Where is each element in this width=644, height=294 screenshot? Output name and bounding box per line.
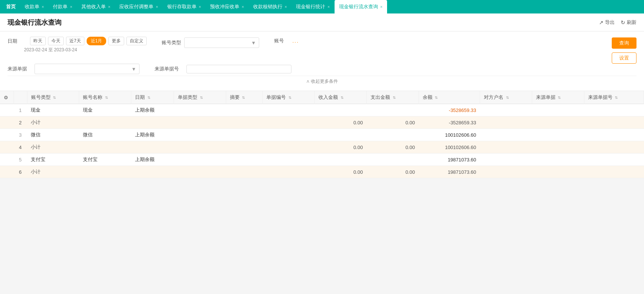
row-income: 0.00 [315, 166, 367, 178]
row-source-doc [532, 166, 584, 178]
nav-tab-yinhangcunqu[interactable]: 银行存取款单 × [163, 0, 206, 13]
close-icon[interactable]: × [242, 4, 244, 9]
row-source-doc-no [584, 141, 644, 154]
chevron-down-icon: ▼ [251, 40, 256, 46]
row-source-doc-no [584, 166, 644, 178]
row-counterparty [480, 166, 532, 178]
row-number: 3 [14, 129, 27, 141]
export-button[interactable]: ↗ 导出 [599, 19, 615, 26]
sort-icon[interactable]: ⇅ [105, 96, 108, 100]
sort-icon[interactable]: ⇅ [393, 96, 396, 100]
row-account-type: 支付宝 [27, 154, 79, 166]
sort-icon[interactable]: ⇅ [147, 96, 150, 100]
account-type-select[interactable]: ▼ [184, 37, 259, 48]
collapse-bar[interactable]: ∧ 收起更多条件 [8, 76, 636, 87]
row-income: 0.00 [315, 116, 367, 129]
row-income [315, 154, 367, 166]
row-account-type: 小计 [27, 116, 79, 129]
date-btn-today[interactable]: 今天 [48, 37, 64, 45]
table-row: 5 支付宝 支付宝 上期余额 19871073.60 [0, 154, 644, 166]
row-source-doc [532, 141, 584, 154]
row-account-type: 小计 [27, 141, 79, 154]
close-icon[interactable]: × [70, 4, 72, 9]
date-btn-7days[interactable]: 近7天 [66, 37, 84, 45]
close-icon[interactable]: × [156, 4, 158, 9]
date-options: 昨天 今天 近7天 近1月 更多 自定义 [30, 37, 147, 45]
col-source-doc: 来源单据 ⇅ [532, 91, 584, 104]
row-doc-type [174, 129, 226, 141]
source-doc-no-label: 来源单据号 [155, 66, 179, 72]
sort-icon[interactable]: ⇅ [615, 96, 618, 100]
date-btn-more[interactable]: 更多 [108, 37, 124, 45]
col-source-doc-no: 来源单据号 ⇅ [584, 91, 644, 104]
close-icon[interactable]: × [199, 4, 201, 9]
query-button[interactable]: 查询 [612, 37, 636, 49]
date-btn-yesterday[interactable]: 昨天 [30, 37, 46, 45]
row-doc-no [263, 154, 315, 166]
row-account-name: 微信 [79, 129, 131, 141]
row-date [131, 141, 174, 154]
row-doc-no [263, 166, 315, 178]
row-counterparty [480, 104, 532, 116]
row-counterparty [480, 141, 532, 154]
row-source-doc-no [584, 129, 644, 141]
nav-tab-shoukuandan[interactable]: 收款单 × [20, 0, 48, 13]
nav-tab-shoukuanhexiao[interactable]: 收款核销执行 × [249, 0, 291, 13]
row-number: 4 [14, 141, 27, 154]
row-balance: 100102606.60 [419, 141, 480, 154]
nav-tab-liushui[interactable]: 现金银行流水查询 × [335, 0, 387, 13]
date-range: 2023-02-24 至 2023-03-24 [24, 47, 77, 52]
close-icon[interactable]: × [380, 4, 383, 9]
row-account-type: 微信 [27, 129, 79, 141]
col-gear: ⚙ [0, 91, 14, 104]
date-btn-custom[interactable]: 自定义 [126, 37, 147, 45]
row-doc-no [263, 129, 315, 141]
sort-icon[interactable]: ⇅ [288, 96, 291, 100]
date-label: 日期 [8, 38, 23, 45]
gear-icon[interactable]: ⚙ [4, 95, 8, 100]
sort-icon[interactable]: ⇅ [53, 96, 56, 100]
sort-icon[interactable]: ⇅ [200, 96, 203, 100]
sort-icon[interactable]: ⇅ [506, 96, 509, 100]
table-row: 4 小计 0.00 0.00 100102606.60 [0, 141, 644, 154]
col-counterparty: 对方户名 ⇅ [480, 91, 532, 104]
nav-tab-yushou[interactable]: 预收冲应收单 × [206, 0, 248, 13]
row-counterparty [480, 154, 532, 166]
nav-tab-qitashouru[interactable]: 其他收入单 × [77, 0, 115, 13]
export-icon: ↗ [599, 19, 603, 25]
row-doc-type [174, 141, 226, 154]
col-summary: 摘要 ⇅ [226, 91, 263, 104]
table-row: 6 小计 0.00 0.00 19871073.60 [0, 166, 644, 178]
row-balance: -3528659.33 [419, 104, 480, 116]
row-summary [226, 104, 263, 116]
top-navigation: 首页 收款单 × 付款单 × 其他收入单 × 应收应付调整单 × 银行存取款单 … [0, 0, 644, 13]
col-doc-type: 单据类型 ⇅ [174, 91, 226, 104]
header-actions: ↗ 导出 ↻ 刷新 [599, 19, 636, 26]
close-icon[interactable]: × [327, 4, 330, 9]
source-doc-no-input[interactable] [186, 65, 291, 73]
sort-icon[interactable]: ⇅ [558, 96, 561, 100]
nav-tab-fukuandan[interactable]: 付款单 × [48, 0, 77, 13]
row-number: 5 [14, 154, 27, 166]
close-icon[interactable]: × [285, 4, 287, 9]
table-row: 2 小计 0.00 0.00 -3528659.33 [0, 116, 644, 129]
row-summary [226, 166, 263, 178]
close-icon[interactable]: × [42, 4, 44, 9]
col-date: 日期 ⇅ [131, 91, 174, 104]
row-source-doc [532, 104, 584, 116]
nav-tab-xianjinyinhang[interactable]: 现金银行统计 × [291, 0, 334, 13]
nav-tab-yingshouyingfu[interactable]: 应收应付调整单 × [115, 0, 162, 13]
row-expense: 0.00 [366, 116, 419, 129]
date-btn-1month[interactable]: 近1月 [87, 37, 107, 45]
settings-button[interactable]: 设置 [612, 52, 636, 64]
source-doc-select[interactable]: ▼ [35, 64, 140, 74]
row-account-name: 支付宝 [79, 154, 131, 166]
sort-icon[interactable]: ⇅ [341, 96, 344, 100]
page-header: 现金银行流水查询 ↗ 导出 ↻ 刷新 [0, 13, 644, 31]
sort-icon[interactable]: ⇅ [242, 96, 245, 100]
close-icon[interactable]: × [108, 4, 110, 9]
sort-icon[interactable]: ⇅ [435, 96, 438, 100]
refresh-button[interactable]: ↻ 刷新 [621, 19, 636, 26]
row-gear [0, 166, 14, 178]
nav-home[interactable]: 首页 [2, 0, 20, 13]
